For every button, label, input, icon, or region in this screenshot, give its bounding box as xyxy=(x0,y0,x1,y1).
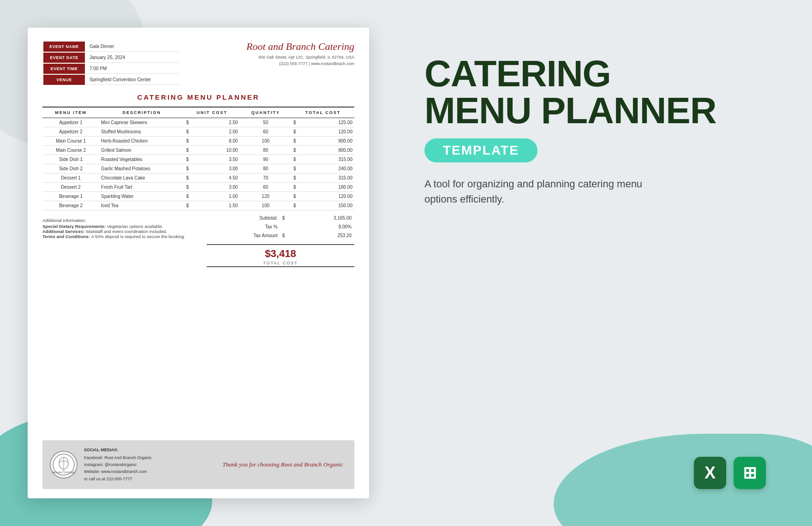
subtotal-row: Subtotal: $ 3,165.00 xyxy=(208,214,353,222)
footer-thanks: Thank you for choosing Root and Branch O… xyxy=(219,460,347,469)
cell-unit-cost: $3.00 xyxy=(185,183,240,192)
sheets-symbol: ⊞ xyxy=(743,463,757,483)
tax-amount-row: Tax Amount $ 253.20 xyxy=(208,232,353,239)
dietary-value: Vegetarian options available. xyxy=(107,224,163,229)
cell-quantity: 80 xyxy=(239,164,292,173)
app-icons: X ⊞ xyxy=(694,457,766,489)
footer-logo: ORGANIC CATERING xyxy=(50,451,78,478)
cell-item: Appetizer 2 xyxy=(42,127,99,137)
cell-quantity: 90 xyxy=(239,155,292,164)
cell-total: $120.00 xyxy=(292,192,354,201)
cell-item: Beverage 1 xyxy=(42,192,99,201)
cell-unit-cost: $4.50 xyxy=(185,173,240,183)
dietary-label: Special Dietary Requirements: xyxy=(42,224,107,229)
totals-section: Subtotal: $ 3,165.00 Tax % 8.00% Tax Amo… xyxy=(207,213,354,267)
totals-table: Subtotal: $ 3,165.00 Tax % 8.00% Tax Amo… xyxy=(207,213,354,240)
terms-value: A 50% deposit is required to secure the … xyxy=(91,234,185,239)
cell-unit-cost: $1.00 xyxy=(185,192,240,201)
social-website: Website: www.rootandbranch.com xyxy=(84,468,212,475)
terms-label: Terms and Conditions: xyxy=(42,234,91,239)
col-menu-item: MENU ITEM xyxy=(42,107,99,118)
cell-description: Sparkling Water xyxy=(99,192,185,201)
table-row: Main Course 1 Herb-Roasted Chicken $8.00… xyxy=(42,137,354,146)
cell-total: $180.00 xyxy=(292,183,354,192)
grand-total-box: $3,418 TOTAL COST xyxy=(207,244,354,267)
cell-quantity: 120 xyxy=(239,192,292,201)
venue-row: VENUE Springfield Convention Center xyxy=(43,75,180,85)
event-name-value: Gala Dinner xyxy=(86,42,180,52)
event-date-label: EVENT DATE xyxy=(43,53,85,63)
table-row: Beverage 2 Iced Tea $1.50 100 $150.00 xyxy=(42,201,354,210)
col-quantity: QUANTITY xyxy=(239,107,292,118)
additional-info: Additional Information: Special Dietary … xyxy=(42,218,197,267)
sheets-icon[interactable]: ⊞ xyxy=(734,457,766,489)
cell-total: $315.00 xyxy=(292,173,354,183)
cell-unit-cost: $10.00 xyxy=(185,146,240,155)
grand-total-label: TOTAL COST xyxy=(207,261,354,265)
menu-table: MENU ITEM DESCRIPTION UNIT COST QUANTITY… xyxy=(42,107,354,210)
social-title: SOCIAL MEDIAS: xyxy=(84,447,212,454)
additional-info-title: Additional Information: xyxy=(42,218,197,223)
cell-item: Side Dish 1 xyxy=(42,155,99,164)
table-row: Appetizer 2 Stuffed Mushrooms $2.00 60 $… xyxy=(42,127,354,137)
doc-header: EVENT NAME Gala Dinner EVENT DATE Januar… xyxy=(42,41,354,86)
description-text: A tool for organizing and planning cater… xyxy=(424,176,655,207)
subtotal-dollar: $ xyxy=(281,214,297,222)
title-line1: CATERING xyxy=(424,55,747,92)
cell-quantity: 50 xyxy=(239,118,292,127)
event-time-label: EVENT TIME xyxy=(43,64,85,74)
tax-amount-value: 253.20 xyxy=(298,232,353,239)
col-total-cost: TOTAL COST xyxy=(292,107,354,118)
cell-quantity: 80 xyxy=(239,146,292,155)
table-row: Beverage 1 Sparkling Water $1.00 120 $12… xyxy=(42,192,354,201)
subtotal-label: Subtotal: xyxy=(208,214,280,222)
cell-total: $125.00 xyxy=(292,118,354,127)
document-card: EVENT NAME Gala Dinner EVENT DATE Januar… xyxy=(28,28,369,498)
cell-description: Iced Tea xyxy=(99,201,185,210)
cell-item: Appetizer 1 xyxy=(42,118,99,127)
cell-total: $150.00 xyxy=(292,201,354,210)
tax-value: 8.00% xyxy=(298,223,353,231)
table-row: Dessert 1 Chocolate Lava Cake $4.50 70 $… xyxy=(42,173,354,183)
dietary-info: Special Dietary Requirements: Vegetarian… xyxy=(42,224,197,229)
event-time-value: 7:00 PM xyxy=(86,64,180,74)
event-date-value: January 25, 2024 xyxy=(86,53,180,63)
cell-description: Chocolate Lava Cake xyxy=(99,173,185,183)
cell-description: Mini Caprese Skewers xyxy=(99,118,185,127)
tax-percent-row: Tax % 8.00% xyxy=(208,223,353,231)
tax-empty xyxy=(281,223,297,231)
cell-total: $120.00 xyxy=(292,127,354,137)
event-date-row: EVENT DATE January 25, 2024 xyxy=(43,53,180,63)
cell-unit-cost: $1.50 xyxy=(185,201,240,210)
cell-item: Side Dish 2 xyxy=(42,164,99,173)
excel-letter: X xyxy=(705,463,716,483)
bg-wave-right xyxy=(554,434,812,526)
venue-label: VENUE xyxy=(43,75,85,85)
cell-description: Grilled Salmon xyxy=(99,146,185,155)
services-label: Additional Services: xyxy=(42,229,86,234)
services-value: Waitstaff and event coordination include… xyxy=(86,229,167,234)
table-row: Dessert 2 Fresh Fruit Tart $3.00 60 $180… xyxy=(42,183,354,192)
social-instagram: Instagram: @rootandorganic xyxy=(84,461,212,468)
cell-unit-cost: $3.50 xyxy=(185,155,240,164)
svg-text:ORGANIC CATERING: ORGANIC CATERING xyxy=(52,471,75,474)
cell-total: $800.00 xyxy=(292,137,354,146)
tax-amount-dollar: $ xyxy=(281,232,297,239)
cell-description: Fresh Fruit Tart xyxy=(99,183,185,192)
excel-icon[interactable]: X xyxy=(694,457,726,489)
cell-description: Roasted Vegetables xyxy=(99,155,185,164)
brand-name: Root and Branch Catering xyxy=(246,41,354,53)
table-row: Side Dish 1 Roasted Vegetables $3.50 90 … xyxy=(42,155,354,164)
bottom-content: Additional Information: Special Dietary … xyxy=(42,213,354,267)
brand-contact-line: (222) 555-7777 | www.rootandbrach.com xyxy=(246,61,354,67)
table-row: Main Course 2 Grilled Salmon $10.00 80 $… xyxy=(42,146,354,155)
title-line2: MENU PLANNER xyxy=(424,92,747,129)
col-unit-cost: UNIT COST xyxy=(185,107,240,118)
cell-total: $240.00 xyxy=(292,164,354,173)
footer-social: SOCIAL MEDIAS: Facebook: Root And Branch… xyxy=(84,447,212,483)
cell-total: $315.00 xyxy=(292,155,354,164)
table-row: Appetizer 1 Mini Caprese Skewers $2.50 5… xyxy=(42,118,354,127)
tax-amount-label: Tax Amount xyxy=(208,232,280,239)
cell-quantity: 100 xyxy=(239,137,292,146)
table-header-row: MENU ITEM DESCRIPTION UNIT COST QUANTITY… xyxy=(42,107,354,118)
